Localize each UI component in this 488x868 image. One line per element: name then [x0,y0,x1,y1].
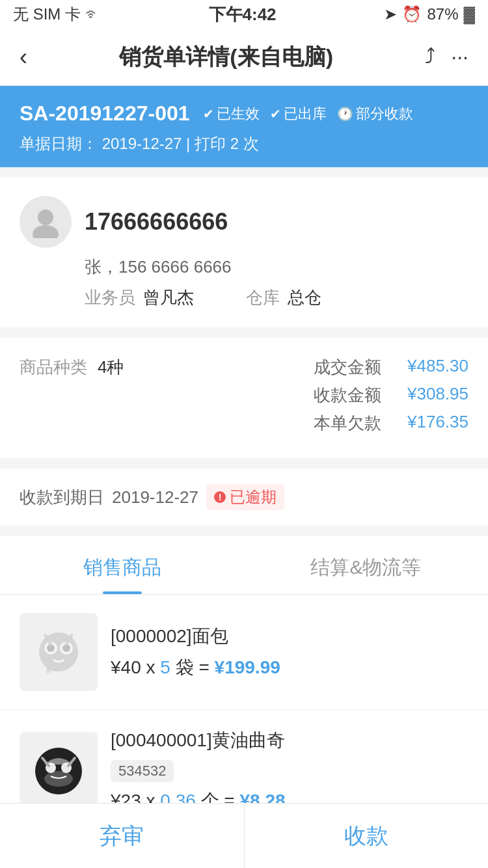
order-date-row: 单据日期： 2019-12-27 | 打印 2 次 [20,133,468,154]
overdue-badge: ! 已逾期 [206,484,284,510]
nav-bar: ‹ 销货单详情(来自电脑) ⤴ ··· [0,29,488,86]
tabs-section: 销售商品 结算&物流等 兽+ [0,536,488,832]
badge-partial-label: 部分收款 [356,104,413,124]
due-date-label: 收款到期日 [20,486,104,509]
page-title: 销货单详情(来自电脑) [119,42,333,72]
badge-partial: 🕐 部分收款 [337,104,413,124]
product-type-label: 商品种类 [20,356,87,379]
customer-section: 17666666666 张，156 6666 6666 业务员 曾凡杰 仓库 总… [0,178,488,327]
cancel-button[interactable]: 弃审 [0,804,244,868]
date-label: 单据日期： [20,135,98,152]
svg-text:兽+: 兽+ [46,667,56,674]
customer-phone: 17666666666 [85,208,228,236]
due-date-section: 收款到期日 2019-12-27 ! 已逾期 [0,468,488,526]
svg-point-2 [39,632,78,671]
avatar [20,196,72,248]
order-id: SA-20191227-001 [20,102,190,126]
nav-actions: ⤴ ··· [425,45,468,69]
tabs-row: 销售商品 结算&物流等 [0,536,488,595]
order-header: SA-20191227-001 ✔ 已生效 ✔ 已出库 🕐 部分收款 单据日期：… [0,86,488,167]
warehouse-value: 总仓 [288,286,321,309]
location-icon: ➤ [384,5,397,23]
customer-meta: 业务员 曾凡杰 仓库 总仓 [20,286,468,309]
check-icon-1: ✔ [203,106,214,122]
product-price-1: ¥40 x 5 袋 = ¥199.99 [111,655,468,680]
product-name-1: [0000002]面包 [111,624,468,649]
product-thumb-2 [20,732,98,810]
tab-products-label: 销售商品 [83,556,161,578]
alarm-icon: ⏰ [402,5,422,23]
deal-amount-label: 成交金额 [314,356,381,379]
badge-effective-label: 已生效 [217,104,260,124]
product-batch-2: 534532 [111,760,174,782]
badge-shipped-label: 已出库 [284,104,327,124]
arrears-value: ¥176.35 [407,412,468,435]
status-badges: ✔ 已生效 ✔ 已出库 🕐 部分收款 [203,104,413,124]
customer-contact: 张，156 6666 6666 [20,256,468,278]
stats-section: 商品种类 4种 成交金额 ¥485.30 收款金额 ¥308.95 本单欠款 ¥… [0,338,488,458]
product-type-value: 4种 [98,356,124,379]
salesperson-label: 业务员 [85,286,135,309]
tab-products[interactable]: 销售商品 [0,536,244,594]
status-bar: 无 SIM 卡 ᯤ 下午4:42 ➤ ⏰ 87% ▓ [0,0,488,29]
received-value: ¥308.95 [407,384,468,407]
print-info: | 打印 2 次 [186,135,259,152]
sim-label: 无 SIM 卡 ᯤ [13,4,101,25]
battery-icon: ▓ [463,5,475,23]
back-button[interactable]: ‹ [20,44,27,71]
product-name-2: [000400001]黄油曲奇 [111,728,468,753]
product-item-1: 兽+ [0000002]面包 ¥40 x 5 袋 = ¥199.99 [0,595,488,710]
confirm-button[interactable]: 收款 [244,804,489,868]
overdue-dot-icon: ! [214,491,226,503]
more-icon[interactable]: ··· [451,45,468,69]
received-label: 收款金额 [314,384,381,407]
product-thumb-1: 兽+ [20,613,98,691]
svg-point-1 [33,225,59,238]
clock-icon: 🕐 [337,106,353,122]
order-date: 2019-12-27 [102,135,182,152]
product-info-1: [0000002]面包 ¥40 x 5 袋 = ¥199.99 [111,624,468,680]
status-right: ➤ ⏰ 87% ▓ [384,5,475,23]
share-icon[interactable]: ⤴ [425,45,435,69]
arrears-label: 本单欠款 [314,412,381,435]
products-list: 兽+ [0000002]面包 ¥40 x 5 袋 = ¥199.99 [0,595,488,832]
status-left: 无 SIM 卡 ᯤ [13,4,101,25]
svg-point-0 [38,210,53,225]
amount-stats: 成交金额 ¥485.30 收款金额 ¥308.95 本单欠款 ¥176.35 [314,356,468,440]
check-icon-2: ✔ [270,106,281,122]
product-info-2: [000400001]黄油曲奇 534532 ¥23 x 0.36 个 = ¥8… [111,728,468,813]
deal-amount-value: ¥485.30 [407,356,468,379]
battery-label: 87% [427,5,458,23]
tab-settlement[interactable]: 结算&物流等 [244,536,488,594]
badge-shipped: ✔ 已出库 [270,104,327,124]
badge-effective: ✔ 已生效 [203,104,260,124]
due-date-value: 2019-12-27 [112,487,198,508]
warehouse-label: 仓库 [246,286,280,309]
status-time: 下午4:42 [209,3,277,26]
salesperson-value: 曾凡杰 [143,286,194,309]
overdue-label: 已逾期 [230,487,277,508]
tab-settlement-label: 结算&物流等 [310,556,421,578]
bottom-bar: 弃审 收款 [0,803,488,868]
